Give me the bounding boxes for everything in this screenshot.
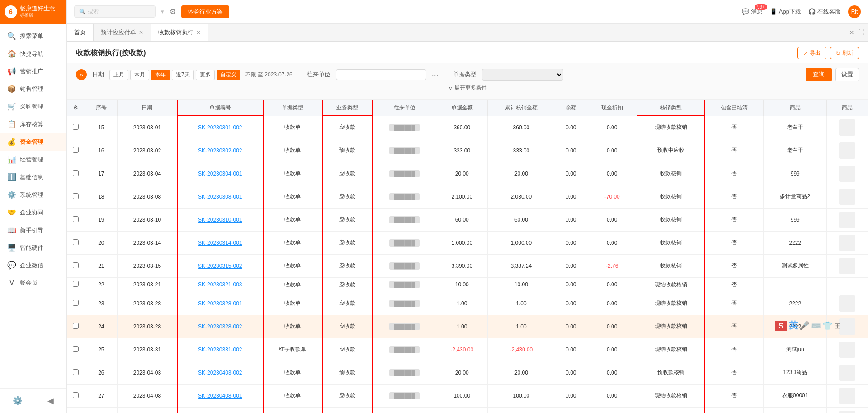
sidebar-item-hardware[interactable]: 🖥️ 智能硬件 (0, 239, 66, 256)
date-btn-this-year[interactable]: 本年 (151, 70, 170, 80)
settings-icon[interactable]: ⚙️ (13, 396, 23, 406)
table-row[interactable]: 16 2023-03-02 SK-20230302-002 收款单 预收款 ██… (67, 139, 868, 162)
sidebar-item-marketing[interactable]: 📢 营销推广 (0, 62, 66, 80)
sidebar-item-vip[interactable]: V 畅会员 (0, 274, 66, 291)
cell-check[interactable] (67, 338, 85, 361)
search-dropdown-icon[interactable]: ▾ (161, 8, 164, 15)
col-gear[interactable]: ⚙ (67, 100, 85, 116)
voucher-link[interactable]: SK-20230301-002 (198, 124, 242, 131)
query-button[interactable]: 查询 (806, 68, 832, 81)
solution-button[interactable]: 体验行业方案 (181, 5, 229, 18)
tab-close-all-icon[interactable]: ✕ (849, 29, 854, 36)
date-btn-this-month[interactable]: 本月 (130, 70, 149, 80)
gear-settings-icon[interactable]: ⚙ (170, 7, 176, 16)
message-item[interactable]: 💬 消息 99+ (742, 8, 763, 16)
voucher-link[interactable]: SK-20230308-001 (198, 194, 242, 200)
table-row[interactable]: 26 2023-04-03 SK-20230403-002 收款单 预收款 ██… (67, 361, 868, 384)
sidebar-item-inventory[interactable]: 📋 库存核算 (0, 115, 66, 133)
expand-more-btn[interactable]: ∨ 展开更多条件 (76, 81, 859, 95)
table-row[interactable]: 22 2023-03-21 SK-20230321-003 收款单 应收款 ██… (67, 277, 868, 292)
voucher-type-select[interactable]: 收款单 红字收款单 (482, 69, 563, 81)
tab-receipt[interactable]: 收款核销执行 ✕ (151, 24, 208, 41)
voucher-link[interactable]: SK-20230310-001 (198, 217, 242, 223)
voucher-link[interactable]: SK-20230314-001 (198, 240, 242, 246)
voucher-link[interactable]: SK-20230315-002 (198, 263, 242, 269)
cell-voucher-no[interactable]: SK-20230403-002 (177, 361, 263, 384)
filter-expand-button[interactable]: » (76, 69, 87, 80)
voucher-link[interactable]: SK-20230321-003 (198, 281, 242, 288)
voucher-link[interactable]: SK-20230408-001 (198, 393, 242, 399)
tab-prepay[interactable]: 预计应应付单 ✕ (94, 24, 151, 41)
sidebar-item-quick-nav[interactable]: 🏠 快捷导航 (0, 45, 66, 62)
date-btn-more[interactable]: 更多 (196, 70, 215, 80)
cell-check[interactable] (67, 139, 85, 162)
cell-voucher-no[interactable]: SK-20230314-001 (177, 231, 263, 254)
export-button[interactable]: ↗ 导出 (797, 47, 826, 59)
cell-voucher-no[interactable]: SK-20230301-002 (177, 116, 263, 139)
sidebar-item-basic[interactable]: ℹ️ 基础信息 (0, 168, 66, 186)
voucher-link[interactable]: SK-20230328-002 (198, 323, 242, 330)
tab-prepay-close[interactable]: ✕ (139, 29, 143, 36)
voucher-link[interactable]: SK-20230328-001 (198, 300, 242, 307)
topbar-search[interactable]: 🔍 搜索 (74, 5, 156, 18)
cell-voucher-no[interactable]: SK-20230310-001 (177, 208, 263, 231)
voucher-link[interactable]: SK-20230403-002 (198, 370, 242, 376)
custom-date-button[interactable]: 自定义 (217, 70, 240, 80)
row-checkbox[interactable] (73, 346, 79, 352)
voucher-link[interactable]: SK-20230331-002 (198, 347, 242, 353)
table-row[interactable]: 17 2023-03-04 SK-20230304-001 收款单 应收款 ██… (67, 162, 868, 185)
row-checkbox[interactable] (73, 147, 79, 153)
app-download-item[interactable]: 📱 App下载 (770, 8, 801, 16)
sidebar-item-purchase[interactable]: 🛒 采购管理 (0, 98, 66, 115)
voucher-link[interactable]: SK-20230302-002 (198, 147, 242, 154)
cell-check[interactable] (67, 277, 85, 292)
row-checkbox[interactable] (73, 193, 79, 199)
row-checkbox[interactable] (73, 239, 79, 245)
cell-check[interactable] (67, 208, 85, 231)
voucher-link[interactable]: SK-20230304-001 (198, 171, 242, 177)
table-row[interactable]: 27 2023-04-08 SK-20230408-001 收款单 应收款 ██… (67, 384, 868, 407)
cell-voucher-no[interactable]: SK-20230308-001 (177, 185, 263, 208)
table-row[interactable]: 25 2023-03-31 SK-20230331-002 红字收款单 应收款 … (67, 338, 868, 361)
cell-voucher-no[interactable]: SK-20230315-002 (177, 254, 263, 277)
sidebar-item-search-menu[interactable]: 🔍 搜索菜单 (0, 27, 66, 45)
cell-check[interactable] (67, 384, 85, 407)
cell-check[interactable] (67, 185, 85, 208)
settings-button[interactable]: 设置 (835, 68, 859, 81)
cell-check[interactable] (67, 231, 85, 254)
cell-check[interactable] (67, 254, 85, 277)
cell-voucher-no[interactable]: SK-20230302-002 (177, 139, 263, 162)
sidebar-item-system[interactable]: ⚙️ 系统管理 (0, 186, 66, 204)
cell-voucher-no[interactable]: SK-20230321-003 (177, 277, 263, 292)
cell-check[interactable] (67, 407, 85, 413)
table-row[interactable]: 23 2023-03-28 SK-20230328-001 收款单 应收款 ██… (67, 292, 868, 315)
sidebar-item-sales[interactable]: 📦 销售管理 (0, 80, 66, 98)
cell-check[interactable] (67, 361, 85, 384)
gear-col-icon[interactable]: ⚙ (73, 104, 78, 111)
refresh-button[interactable]: ↻ 刷新 (830, 47, 859, 59)
table-row[interactable]: 20 2023-03-14 SK-20230314-001 收款单 应收款 ██… (67, 231, 868, 254)
row-checkbox[interactable] (73, 124, 79, 130)
partner-input[interactable] (336, 69, 426, 80)
tab-expand-icon[interactable]: ⛶ (858, 29, 864, 36)
table-row[interactable]: 21 2023-03-15 SK-20230315-002 收款单 应收款 ██… (67, 254, 868, 277)
tab-home[interactable]: 首页 (67, 24, 94, 41)
row-checkbox[interactable] (73, 262, 79, 268)
cell-voucher-no[interactable]: SK-20230328-002 (177, 315, 263, 338)
row-checkbox[interactable] (73, 392, 79, 398)
cell-check[interactable] (67, 315, 85, 338)
sidebar-item-guide[interactable]: 📖 新手引导 (0, 221, 66, 239)
sidebar-item-wechat[interactable]: 💬 企业微信 (0, 256, 66, 274)
table-row[interactable]: 24 2023-03-28 SK-20230328-002 收款单 应收款 ██… (67, 315, 868, 338)
table-row[interactable]: 28 2023-04-18 SK-20230418-001 收款单 应收款 ██… (67, 407, 868, 413)
cell-check[interactable] (67, 116, 85, 139)
table-row[interactable]: 18 2023-03-08 SK-20230308-001 收款单 应收款 ██… (67, 185, 868, 208)
sidebar-item-operation[interactable]: 📊 经营管理 (0, 151, 66, 168)
row-checkbox[interactable] (73, 323, 79, 329)
row-checkbox[interactable] (73, 281, 79, 287)
service-item[interactable]: 🎧 在线客服 (808, 8, 841, 16)
sidebar-item-finance[interactable]: 💰 资金管理 (0, 133, 66, 151)
date-btn-last-month[interactable]: 上月 (109, 70, 128, 80)
table-row[interactable]: 15 2023-03-01 SK-20230301-002 收款单 应收款 ██… (67, 116, 868, 139)
row-checkbox[interactable] (73, 216, 79, 222)
